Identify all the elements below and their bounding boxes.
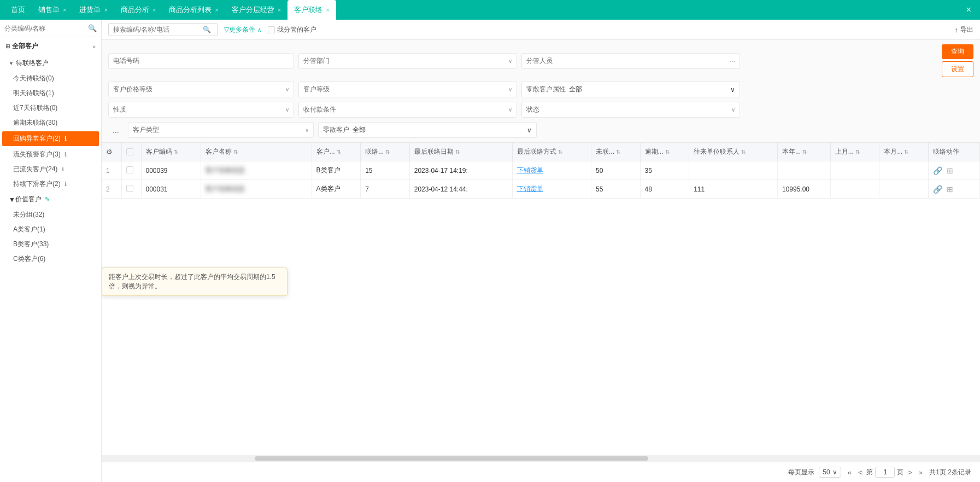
- sidebar-overdue-contact[interactable]: 逾期未联络(30): [0, 115, 101, 130]
- edit-icon[interactable]: ✎: [45, 196, 50, 203]
- sidebar-pending-contact-title[interactable]: ▼ 待联络客户: [0, 55, 101, 71]
- nav-product-analysis-close[interactable]: ×: [152, 7, 156, 13]
- sidebar-c-class[interactable]: C类客户(6): [0, 252, 101, 266]
- customer-search-input[interactable]: [113, 26, 201, 33]
- nav-customer-segment[interactable]: 客户分层经营 ×: [225, 0, 287, 20]
- filter-row-4: ... 客户类型 ∨ 零散客户 全部 ∨: [108, 122, 973, 138]
- more-filters-dots[interactable]: ...: [108, 126, 124, 135]
- nav-customer-segment-close[interactable]: ×: [278, 7, 281, 13]
- sort-icon-code: ⇅: [174, 149, 178, 155]
- window-close-button[interactable]: ×: [962, 5, 976, 15]
- nav-home[interactable]: 首页: [4, 0, 32, 20]
- filter-department[interactable]: 分管部门 ∨: [298, 53, 517, 69]
- column-settings[interactable]: ⚙: [102, 143, 121, 161]
- row-last-method-2[interactable]: 下销货单: [512, 180, 591, 199]
- action-link-icon-1[interactable]: 🔗: [933, 166, 942, 175]
- column-customer-type[interactable]: 客户...⇅: [312, 143, 361, 161]
- sidebar-lost-warning[interactable]: 流失预警客户(3) ℹ: [0, 147, 101, 162]
- filter-retail-customer[interactable]: 零散客户 全部 ∨: [318, 122, 537, 138]
- action-grid-icon-1[interactable]: ⊞: [947, 166, 953, 175]
- row-last-method-1[interactable]: 下销货单: [512, 161, 591, 180]
- filter-price-level[interactable]: 客户价格等级 ∨: [108, 82, 294, 97]
- nav-purchase[interactable]: 进货单 ×: [73, 0, 114, 20]
- sidebar-b-class[interactable]: B类客户(33): [0, 237, 101, 252]
- row-last-date-1: 2023-04-17 14:19:: [409, 161, 512, 180]
- collapse-arrow-icon: »: [92, 43, 96, 50]
- filter-customer-type[interactable]: 客户类型 ∨: [128, 122, 314, 138]
- page-number-input[interactable]: [875, 467, 895, 478]
- action-link-icon-2[interactable]: 🔗: [933, 185, 942, 194]
- filter-payment[interactable]: 收付款条件 ∨: [298, 102, 517, 118]
- column-contact-person[interactable]: 往来单位联系人⇅: [689, 143, 778, 161]
- nav-sales-close[interactable]: ×: [63, 7, 66, 13]
- last-method-link-2[interactable]: 下销货单: [517, 185, 543, 193]
- my-customers-checkbox[interactable]: [268, 26, 275, 33]
- nav-customer-contact-close[interactable]: ×: [326, 7, 329, 13]
- column-this-month[interactable]: 本月...⇅: [879, 143, 929, 161]
- sidebar-today-contact[interactable]: 今天待联络(0): [0, 71, 101, 86]
- nav-purchase-close[interactable]: ×: [104, 7, 107, 13]
- nav-product-list-close[interactable]: ×: [215, 7, 218, 13]
- row-1-checkbox[interactable]: [126, 166, 133, 173]
- sidebar-7days-contact[interactable]: 近7天待联络(0): [0, 101, 101, 115]
- more-icon-manager[interactable]: ···: [729, 57, 735, 65]
- next-page-button[interactable]: >: [906, 467, 914, 478]
- per-page-select[interactable]: 50 ∨: [819, 467, 841, 478]
- row-num-1: 1: [102, 161, 121, 180]
- chevron-down-icon-gender: ∨: [285, 107, 289, 113]
- column-last-month[interactable]: 上月...⇅: [830, 143, 879, 161]
- filter-retail-attr[interactable]: 零散客户属性 全部 ∨: [521, 82, 740, 97]
- retail-attr-value: 全部: [569, 85, 730, 94]
- first-page-button[interactable]: «: [846, 467, 854, 478]
- filter-customer-level[interactable]: 客户等级 ∨: [298, 82, 517, 97]
- sidebar-lost-customers[interactable]: 已流失客户(24) ℹ: [0, 162, 101, 177]
- filter-manager[interactable]: 分管人员 ···: [521, 53, 740, 69]
- column-overdue[interactable]: 逾期...⇅: [640, 143, 689, 161]
- settings-button[interactable]: 设置: [942, 61, 973, 77]
- sidebar-value-customer-title[interactable]: ▼ 价值客户 ✎: [0, 191, 101, 207]
- sidebar-ungroup[interactable]: 未分组(32): [0, 207, 101, 222]
- column-last-contact-date[interactable]: 最后联络日期⇅: [409, 143, 512, 161]
- row-name-2[interactable]: 客户名称信息: [201, 180, 312, 199]
- filter-gender[interactable]: 性质 ∨: [108, 102, 294, 118]
- row-name-1[interactable]: 客户名称信息: [201, 161, 312, 180]
- nav-sales[interactable]: 销售单 ×: [32, 0, 73, 20]
- sidebar-search-input[interactable]: [4, 25, 88, 32]
- column-customer-code[interactable]: 客户编码⇅: [141, 143, 201, 161]
- sidebar-search-icon[interactable]: 🔍: [88, 24, 97, 32]
- select-all-checkbox[interactable]: [126, 148, 133, 155]
- row-checkbox-2[interactable]: [121, 180, 141, 199]
- column-contact-count[interactable]: 联络...⇅: [361, 143, 410, 161]
- action-grid-icon-2[interactable]: ⊞: [947, 185, 953, 194]
- column-actions: 联络动作: [929, 143, 980, 161]
- search-icon[interactable]: 🔍: [203, 26, 211, 33]
- column-no-contact[interactable]: 未联...⇅: [591, 143, 641, 161]
- column-last-contact-method[interactable]: 最后联络方式⇅: [512, 143, 591, 161]
- sidebar-all-customers[interactable]: ⊞ 全部客户 »: [0, 37, 101, 55]
- column-this-year[interactable]: 本年...⇅: [777, 143, 830, 161]
- filter-phone[interactable]: 电话号码: [108, 53, 294, 69]
- horizontal-scrollbar[interactable]: [102, 455, 980, 462]
- nav-product-list[interactable]: 商品分析列表 ×: [162, 0, 225, 20]
- row-checkbox-1[interactable]: [121, 161, 141, 180]
- last-method-link-1[interactable]: 下销货单: [517, 166, 543, 174]
- more-conditions-button[interactable]: ▽ 更多条件 ∧: [224, 25, 261, 34]
- nav-product-analysis[interactable]: 商品分析 ×: [114, 0, 162, 20]
- column-checkbox[interactable]: [121, 143, 141, 161]
- filter-status[interactable]: 状态 ∨: [521, 102, 740, 118]
- sidebar-a-class[interactable]: A类客户(1): [0, 222, 101, 237]
- prev-page-button[interactable]: <: [856, 467, 865, 478]
- nav-customer-contact[interactable]: 客户联络 ×: [287, 0, 336, 20]
- scrollbar-thumb[interactable]: [255, 456, 648, 461]
- row-2-checkbox[interactable]: [126, 185, 133, 192]
- last-page-button[interactable]: »: [917, 467, 925, 478]
- sidebar-declining[interactable]: 持续下滑客户(2) ℹ: [0, 177, 101, 191]
- my-customers-checkbox-area[interactable]: 我分管的客户: [268, 25, 316, 34]
- export-button[interactable]: ↑ 导出: [955, 25, 974, 34]
- sidebar-repurchase-abnormal[interactable]: 回购异常客户(2) ℹ: [2, 131, 99, 146]
- settings-icon[interactable]: ⚙: [106, 148, 113, 156]
- filter-row-3: 性质 ∨ 收付款条件 ∨ 状态 ∨: [108, 102, 973, 118]
- query-button[interactable]: 查询: [942, 44, 973, 59]
- sidebar-tomorrow-contact[interactable]: 明天待联络(1): [0, 86, 101, 101]
- column-customer-name[interactable]: 客户名称⇅: [201, 143, 312, 161]
